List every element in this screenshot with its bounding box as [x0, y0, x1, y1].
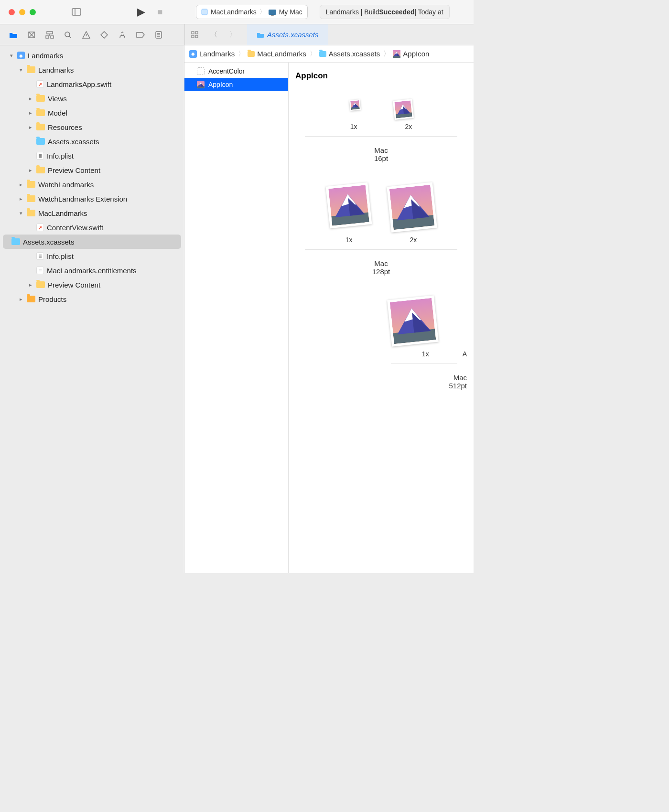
test-navigator-icon[interactable]: [97, 28, 111, 42]
tree-item[interactable]: ▸Resources: [0, 120, 184, 134]
breadcrumb-label: AppIcon: [403, 50, 429, 58]
status-text-prefix: Landmarks | Build: [326, 8, 379, 16]
project-navigator: ▾◆Landmarks▾Landmarks➚LandmarksApp.swift…: [0, 45, 184, 573]
tree-item[interactable]: ▸Views: [0, 91, 184, 106]
tree-item[interactable]: ≣Info.plist: [0, 149, 184, 163]
tree-item[interactable]: ➚LandmarksApp.swift: [0, 77, 184, 91]
symbol-navigator-icon[interactable]: [43, 28, 56, 42]
svg-marker-19: [101, 32, 108, 38]
folder-icon: [36, 167, 45, 173]
tree-item[interactable]: ▸Model: [0, 106, 184, 120]
icon-slot[interactable]: [389, 298, 436, 344]
go-back-button[interactable]: 〈: [204, 30, 223, 39]
scale-label: 1x: [350, 123, 357, 130]
breadcrumb-item[interactable]: AppIcon: [393, 50, 429, 58]
project-navigator-icon[interactable]: [7, 28, 20, 42]
tree-item-label: MacLandmarks.entitlements: [47, 267, 137, 275]
activity-status[interactable]: Landmarks | Build Succeeded | Today at: [320, 5, 450, 19]
svg-marker-20: [137, 32, 144, 37]
editor-tab[interactable]: Assets.xcassets: [247, 24, 328, 45]
tree-item[interactable]: ▾Landmarks: [0, 63, 184, 77]
find-navigator-icon[interactable]: [61, 28, 75, 42]
debug-navigator-icon[interactable]: [116, 28, 129, 42]
icon-slot[interactable]: [389, 184, 435, 230]
tree-item-label: ContentView.swift: [47, 224, 103, 232]
asset-item-accentcolor[interactable]: AccentColor: [184, 64, 288, 78]
size-caption: Mac 128pt: [295, 259, 467, 276]
size-caption-points: 128pt: [295, 267, 467, 276]
tree-item[interactable]: ▸WatchLandmarks Extension: [0, 192, 184, 206]
asset-item-label: AccentColor: [208, 67, 245, 75]
issue-navigator-icon[interactable]: [79, 28, 93, 42]
plist-file-icon: ≣: [36, 252, 44, 260]
tree-item-label: Assets.xcassets: [23, 238, 75, 246]
appicon-icon: [197, 81, 205, 88]
plist-file-icon: ≣: [36, 152, 44, 160]
mac-device-icon: [269, 10, 276, 15]
icon-image: [349, 99, 360, 111]
assets-folder-icon: [319, 51, 326, 57]
stop-button[interactable]: ■: [153, 6, 167, 18]
toggle-navigator-icon[interactable]: [69, 6, 84, 18]
svg-point-15: [65, 32, 70, 37]
icon-set-row: [295, 100, 467, 119]
folder-icon: [36, 95, 45, 102]
breadcrumb-label: MacLandmarks: [257, 50, 306, 58]
minimize-window-button[interactable]: [19, 9, 25, 15]
svg-rect-25: [192, 32, 194, 34]
folder-icon: [36, 124, 45, 130]
appicon-icon: [393, 50, 400, 58]
icon-image: [325, 182, 372, 229]
breadcrumb-item[interactable]: ◆ Landmarks 〉: [189, 50, 246, 58]
tree-item[interactable]: ➚ContentView.swift: [0, 220, 184, 235]
asset-outline: AccentColor AppIcon: [184, 63, 289, 573]
size-caption-points: 512pt: [295, 382, 467, 390]
size-caption: Mac 16pt: [295, 146, 467, 162]
close-window-button[interactable]: [9, 9, 15, 15]
icon-slot[interactable]: [350, 100, 360, 119]
tree-item[interactable]: ▸Preview Content: [0, 163, 184, 177]
icon-slot[interactable]: [328, 184, 370, 230]
folder-icon: [257, 32, 264, 38]
scheme-selector[interactable]: MacLandmarks 〉 My Mac: [196, 5, 308, 19]
breadcrumb-label: Assets.xcassets: [329, 50, 380, 58]
breakpoint-navigator-icon[interactable]: [134, 28, 147, 42]
tree-item[interactable]: ▸WatchLandmarks: [0, 177, 184, 192]
accentcolor-icon: [197, 67, 205, 75]
zoom-window-button[interactable]: [30, 9, 36, 15]
related-items-icon[interactable]: [185, 31, 204, 38]
svg-rect-13: [51, 36, 54, 38]
tree-item[interactable]: Assets.xcassets: [3, 235, 181, 249]
breadcrumb-item[interactable]: Assets.xcassets 〉: [319, 50, 391, 58]
folder-icon: [27, 195, 35, 202]
source-control-navigator-icon[interactable]: [25, 28, 38, 42]
products-folder-icon: [27, 296, 35, 302]
tree-item-label: LandmarksApp.swift: [47, 80, 111, 88]
tree-item[interactable]: ▸Products: [0, 292, 184, 306]
tree-item[interactable]: ▾MacLandmarks: [0, 206, 184, 220]
tree-item-label: Model: [48, 109, 67, 117]
tree-project-root[interactable]: ▾◆Landmarks: [0, 48, 184, 63]
go-forward-button[interactable]: 〉: [223, 30, 242, 39]
size-caption-platform: Mac: [295, 374, 467, 382]
folder-icon: [36, 281, 45, 288]
report-navigator-icon[interactable]: [152, 28, 165, 42]
target-icon: [201, 9, 208, 15]
run-button[interactable]: ▶: [134, 6, 148, 18]
svg-rect-27: [192, 35, 194, 38]
swift-file-icon: ➚: [36, 224, 44, 231]
tree-item-label: Assets.xcassets: [48, 138, 99, 146]
svg-rect-12: [46, 36, 49, 38]
tree-item[interactable]: ≣Info.plist: [0, 249, 184, 263]
tree-item[interactable]: ▸Preview Content: [0, 278, 184, 292]
asset-item-appicon[interactable]: AppIcon: [184, 78, 288, 91]
chevron-right-icon: 〉: [259, 8, 266, 16]
tree-item[interactable]: Assets.xcassets: [0, 134, 184, 149]
tree-item[interactable]: ≣MacLandmarks.entitlements: [0, 263, 184, 278]
size-caption: Mac 512pt: [295, 374, 467, 390]
breadcrumb-item[interactable]: MacLandmarks 〉: [248, 50, 317, 58]
asset-detail: AppIcon 1x 2x Mac 16pt: [289, 63, 474, 573]
tree-item-label: MacLandmarks: [38, 209, 87, 217]
svg-rect-7: [202, 9, 207, 15]
icon-slot[interactable]: [394, 100, 413, 119]
